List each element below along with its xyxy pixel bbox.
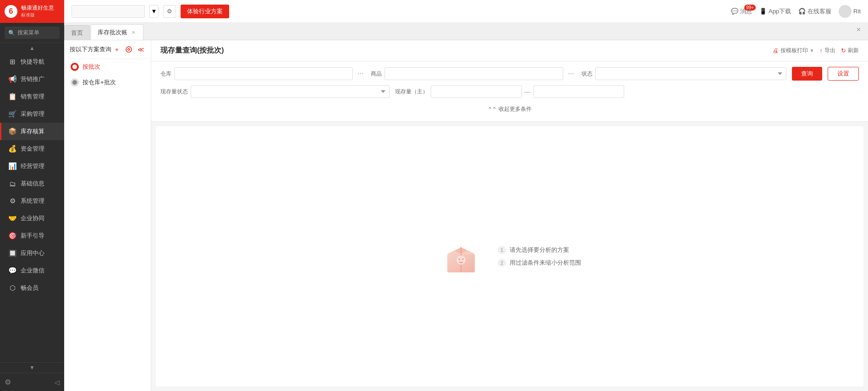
sidebar-item-apps[interactable]: 🔲 应用中心	[0, 244, 64, 262]
export-icon: ↑	[820, 47, 823, 54]
search-icon: 🔍	[8, 30, 15, 36]
tab-home[interactable]: 首页	[64, 25, 90, 40]
sidebar-footer: ⚙ ◁	[0, 373, 64, 391]
tip-text-1: 请先选择要分析的方案	[510, 246, 569, 254]
add-scheme-btn[interactable]: +	[112, 45, 121, 54]
sidebar-item-newbie[interactable]: 🎯 新手引导	[0, 227, 64, 244]
sidebar-item-member[interactable]: ⬡ 畅会员	[0, 279, 64, 297]
basic-icon: 🗂	[8, 180, 17, 188]
tab-inventory-batch[interactable]: 库存批次账 ×	[91, 24, 143, 40]
product-input[interactable]	[385, 67, 563, 80]
tab-bar: 首页 库存批次账 × ×	[64, 23, 868, 40]
sidebar-item-basic[interactable]: 🗂 基础信息	[0, 175, 64, 192]
left-panel-actions: + ≪	[112, 45, 145, 54]
app-info: 畅康通好生意 标准版	[21, 5, 54, 18]
tip-num-1: 1	[498, 246, 506, 254]
sidebar-item-quick-nav[interactable]: ⊞ 快捷导航	[0, 53, 64, 71]
system-icon: ⚙	[8, 197, 17, 205]
sidebar-item-system[interactable]: ⚙ 系统管理	[0, 192, 64, 210]
sidebar-item-finance[interactable]: 💰 资金管理	[0, 140, 64, 157]
tab-close-btn[interactable]: ×	[130, 29, 137, 36]
svg-point-11	[462, 259, 464, 260]
topbar-gear-btn[interactable]: ⚙	[163, 5, 176, 18]
settings-scheme-btn[interactable]	[124, 45, 133, 54]
purchase-icon: 🛒	[8, 110, 17, 118]
setting-btn[interactable]: 设置	[828, 67, 859, 81]
sidebar-item-label: 畅会员	[21, 284, 38, 292]
svg-point-2	[72, 65, 77, 69]
sidebar-item-operation[interactable]: 📊 经营管理	[0, 157, 64, 175]
message-icon: 💬	[731, 8, 738, 15]
topbar-dropdown-btn[interactable]: ▼	[149, 5, 159, 18]
inventory-status-label: 现存量状态	[160, 88, 188, 96]
user-avatar	[839, 5, 852, 18]
sidebar-item-label: 企业协同	[21, 214, 44, 223]
apps-icon: 🔲	[8, 249, 17, 257]
messages-btn[interactable]: 💬 消息 99+	[731, 7, 752, 16]
scheme-batch-label: 按批次	[82, 63, 100, 71]
company-name: 畅康通好生意	[21, 5, 54, 12]
print-icon: 🖨	[773, 47, 779, 54]
inventory-amount-range: —	[431, 85, 624, 98]
warehouse-dots[interactable]: ···	[356, 70, 365, 78]
phone-icon: 📱	[759, 8, 767, 15]
experience-btn[interactable]: 体验行业方案	[181, 5, 229, 18]
edition-label: 标准版	[21, 12, 54, 18]
page-header: 现存量查询(按批次) 🖨 按模板打印 ▼ ↑ 导出 ↻ 刷新	[151, 40, 868, 61]
refresh-btn[interactable]: ↻ 刷新	[841, 47, 859, 54]
refresh-icon: ↻	[841, 47, 846, 54]
sidebar-item-label: 采购管理	[21, 110, 44, 118]
scheme-warehouse-batch-label: 按仓库+批次	[82, 78, 116, 87]
sidebar-collapse-icon[interactable]: ◁	[55, 379, 60, 386]
sidebar-header: 6 畅康通好生意 标准版	[0, 0, 64, 23]
inventory-status-select[interactable]: 有库存 无库存 全部	[191, 85, 390, 98]
sidebar-item-label: 销售管理	[21, 92, 44, 101]
scheme-batch-item[interactable]: 按批次	[64, 59, 151, 75]
scheme-warehouse-batch-item[interactable]: 按仓库+批次	[64, 75, 151, 90]
warehouse-input[interactable]	[174, 67, 353, 80]
sidebar-item-label: 快捷导航	[21, 58, 44, 66]
sidebar-search-area[interactable]: 🔍 搜索菜单	[0, 23, 64, 43]
sidebar-scroll-down[interactable]: ▼	[0, 364, 64, 372]
status-select[interactable]: 正常 停用	[595, 67, 786, 80]
empty-tip-1: 1 请先选择要分析的方案	[498, 246, 581, 254]
export-btn[interactable]: ↑ 导出	[820, 47, 836, 54]
inventory-amount-to[interactable]	[533, 85, 625, 98]
svg-point-1	[128, 49, 130, 50]
sidebar-item-sales[interactable]: 📋 销售管理	[0, 88, 64, 105]
filter-row-1: 仓库 ··· 商品 ··· 状态 正	[160, 67, 859, 81]
warehouse-filter: 仓库 ···	[160, 67, 365, 80]
query-btn[interactable]: 查询	[792, 67, 822, 81]
sidebar-settings-icon[interactable]: ⚙	[5, 378, 11, 386]
newbie-icon: 🎯	[8, 232, 17, 240]
messages-badge: 99+	[744, 5, 756, 11]
wechat-icon: 💬	[8, 266, 17, 275]
tab-inventory-batch-label: 库存批次账	[98, 28, 127, 37]
sidebar-item-marketing[interactable]: 📢 营销推广	[0, 71, 64, 88]
tip-text-2: 用过滤条件来缩小分析范围	[510, 259, 581, 267]
sidebar-item-label: 经营管理	[21, 162, 44, 170]
sidebar-item-enterprise[interactable]: 🤝 企业协同	[0, 210, 64, 227]
sidebar-item-purchase[interactable]: 🛒 采购管理	[0, 105, 64, 123]
product-dots[interactable]: ···	[566, 70, 576, 78]
sidebar-item-label: 营销推广	[21, 75, 44, 83]
collapse-panel-btn[interactable]: ≪	[136, 45, 145, 54]
topbar-search-input[interactable]	[71, 5, 145, 18]
sidebar-item-inventory[interactable]: 📦 库存核算	[0, 123, 64, 140]
svg-point-9	[456, 255, 466, 265]
sidebar-item-wechat[interactable]: 💬 企业微信	[0, 262, 64, 279]
product-label: 商品	[371, 70, 382, 78]
user-avatar-btn[interactable]: Rit	[839, 5, 861, 18]
search-menu-button[interactable]: 🔍 搜索菜单	[5, 27, 60, 39]
inventory-amount-from[interactable]	[431, 85, 522, 98]
tab-bar-close-btn[interactable]: ×	[857, 26, 861, 34]
sidebar-item-label: 资金管理	[21, 145, 44, 153]
online-service-btn[interactable]: 🎧 在线客服	[798, 7, 831, 16]
collapse-more-btn[interactable]: ⌃⌃ 收起更多条件	[160, 103, 859, 116]
app-download-btn[interactable]: 📱 App下载	[759, 7, 791, 16]
sidebar-scroll-up[interactable]: ▲	[0, 44, 64, 52]
sidebar-item-label: 企业微信	[21, 266, 44, 275]
main-area: ▼ ⚙ 体验行业方案 💬 消息 99+ 📱 App下载 🎧 在线客服 Rit	[64, 0, 868, 391]
print-template-btn[interactable]: 🖨 按模板打印 ▼	[773, 47, 814, 54]
left-panel-title: 按以下方案查询	[70, 45, 111, 54]
